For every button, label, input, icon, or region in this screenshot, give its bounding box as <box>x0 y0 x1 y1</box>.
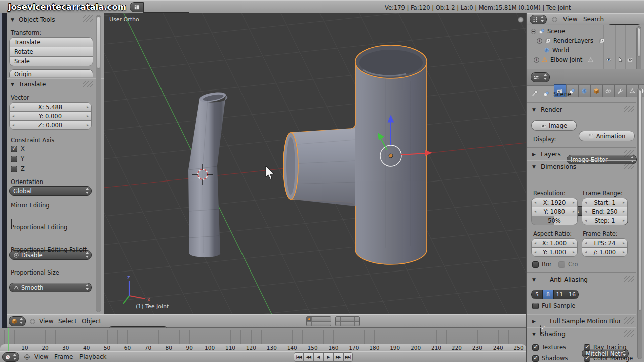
prev-keyframe-button[interactable]: ◀◀ <box>304 352 314 362</box>
frame-start-field[interactable]: Start: 1 <box>582 198 628 207</box>
aa-samples-5[interactable]: 5 <box>532 290 543 299</box>
ray-tracing-checkbox[interactable] <box>584 344 590 351</box>
scrollbar-thumb[interactable] <box>638 89 641 311</box>
collapse-menus-icon[interactable]: − <box>30 319 35 324</box>
aa-samples-11[interactable]: 11 <box>554 290 566 299</box>
layers-grid-1[interactable] <box>306 316 331 326</box>
layers-panel-title[interactable]: Layers <box>541 151 561 158</box>
crop-checkbox[interactable] <box>558 261 565 268</box>
shading-panel-title[interactable]: Shading <box>541 331 566 338</box>
jump-to-start-button[interactable]: |◀◀ <box>294 352 304 362</box>
panel-grip-icon[interactable] <box>624 276 634 282</box>
editor-type-select[interactable] <box>9 316 26 326</box>
tab-object[interactable] <box>590 84 602 97</box>
render-image-button[interactable]: Image <box>531 120 577 131</box>
tab-mesh-data[interactable] <box>626 84 638 97</box>
shading-panel-collapse-icon[interactable]: ▼ <box>532 332 536 337</box>
render-animation-button[interactable]: Animation <box>579 131 635 141</box>
aa-samples-8[interactable]: 8 <box>543 290 554 299</box>
panel-grip-icon[interactable] <box>624 106 634 112</box>
manipulator-x-arrow[interactable] <box>425 150 432 156</box>
vector-x-field[interactable]: X: 5.488 <box>9 102 92 112</box>
outliner-item-elbow-joint[interactable]: + Elbow Joint <box>534 55 594 64</box>
viewport-canvas[interactable]: x z User Ortho (1) Tee Joint <box>104 13 526 314</box>
render-panel-collapse-icon[interactable]: ▼ <box>532 107 536 112</box>
panel-grip-icon[interactable] <box>83 81 93 87</box>
panel-grip-icon[interactable] <box>83 15 93 22</box>
falloff-select[interactable]: Smooth <box>9 283 92 292</box>
vector-z-field[interactable]: Z: 0.000 <box>9 120 92 130</box>
jump-to-end-button[interactable]: ▶▶| <box>343 352 353 362</box>
outliner-view-menu[interactable]: View <box>563 16 577 23</box>
timeline-editor-select[interactable] <box>2 352 19 362</box>
properties-editor-select[interactable] <box>531 72 550 82</box>
outliner-item-world[interactable]: World <box>544 46 569 55</box>
region-corner-widget[interactable] <box>518 17 524 23</box>
tool-shelf-scrollbar[interactable] <box>96 15 101 312</box>
outliner-item-scene[interactable]: − Scene <box>531 27 565 36</box>
translate-panel-title[interactable]: Translate <box>19 81 46 88</box>
full-sample-checkbox[interactable] <box>532 303 539 309</box>
constraint-z-checkbox[interactable] <box>11 166 17 172</box>
aspect-x-field[interactable]: X: 1.000 <box>531 238 578 248</box>
vector-y-field[interactable]: Y: 0.000 <box>9 111 92 121</box>
outliner-search-menu[interactable]: Search <box>583 16 604 23</box>
aa-panel-title[interactable]: Anti-Aliasing <box>550 276 588 283</box>
translate-panel-collapse-icon[interactable]: ▼ <box>11 82 14 87</box>
timeline-frame-menu[interactable]: Frame <box>54 353 73 360</box>
resolution-percentage-slider[interactable]: 50% <box>531 216 578 225</box>
textures-checkbox[interactable] <box>532 344 539 351</box>
outliner-editor-select[interactable] <box>530 15 547 24</box>
aa-samples-16[interactable]: 16 <box>566 290 578 299</box>
object-tools-collapse-icon[interactable]: ▼ <box>11 17 14 22</box>
dimensions-panel-collapse-icon[interactable]: ▼ <box>532 164 536 169</box>
rotate-button[interactable]: Rotate <box>9 47 93 57</box>
fsmb-panel-collapse-icon[interactable]: ▶ <box>532 319 536 324</box>
frame-end-field[interactable]: End: 250 <box>582 207 628 216</box>
timeline-track-area[interactable]: 1020304050607080901001101201301401501601… <box>0 328 526 351</box>
view-menu[interactable]: View <box>39 318 53 325</box>
expand-icon[interactable]: + <box>534 57 539 63</box>
border-checkbox[interactable] <box>532 261 539 268</box>
scrollbar-thumb[interactable] <box>637 28 640 57</box>
pin-icon[interactable] <box>531 89 539 97</box>
play-button[interactable]: ▶ <box>324 352 334 362</box>
timeline-ruler[interactable]: 1020304050607080901001101201301401501601… <box>0 344 526 351</box>
constraint-y-checkbox[interactable] <box>11 156 17 162</box>
collapse-menus-icon[interactable]: − <box>24 354 30 360</box>
layers-panel-collapse-icon[interactable]: ▶ <box>532 152 536 157</box>
color-manage-checkbox[interactable] <box>584 355 590 362</box>
translate-button[interactable]: Translate <box>9 37 93 47</box>
restrict-view-icon[interactable] <box>606 57 612 63</box>
object-tools-title[interactable]: Object Tools <box>19 16 55 23</box>
fps-base-field[interactable]: /: 1.000 <box>582 247 628 257</box>
panel-grip-icon[interactable] <box>624 330 634 337</box>
resolution-x-field[interactable]: X: 1920 <box>531 198 578 207</box>
tab-constraints[interactable] <box>602 84 614 97</box>
object-menu[interactable]: Object <box>82 318 101 325</box>
aspect-y-field[interactable]: Y: 1.000 <box>531 247 578 257</box>
panel-grip-icon[interactable] <box>624 150 634 157</box>
resolution-y-field[interactable]: Y: 1080 <box>531 207 578 216</box>
restrict-render-icon[interactable] <box>627 57 633 63</box>
render-panel-title[interactable]: Render <box>541 106 562 113</box>
outliner-scrollbar[interactable] <box>636 26 641 74</box>
aa-panel-collapse-icon[interactable]: ▼ <box>532 277 536 282</box>
outliner-item-renderlayers[interactable]: + RenderLayers <box>537 36 605 45</box>
dimensions-panel-title[interactable]: Dimensions <box>541 163 576 170</box>
constraint-x-checkbox[interactable] <box>11 146 17 152</box>
layers-grid-2[interactable] <box>335 316 360 326</box>
current-frame-indicator[interactable] <box>8 328 9 351</box>
select-menu[interactable]: Select <box>58 318 77 325</box>
next-keyframe-button[interactable]: ▶▶ <box>333 352 343 362</box>
shadows-checkbox[interactable] <box>532 355 539 362</box>
expand-icon[interactable]: + <box>537 38 542 44</box>
panel-grip-icon[interactable] <box>624 317 634 324</box>
tab-modifiers[interactable] <box>614 84 626 97</box>
collapse-menus-icon[interactable]: − <box>552 17 557 22</box>
tab-world[interactable] <box>578 84 590 97</box>
scrollbar-thumb[interactable] <box>97 16 100 69</box>
screen-layout-icon-button[interactable] <box>130 2 144 12</box>
timeline-playback-menu[interactable]: Playback <box>79 353 107 360</box>
frame-step-field[interactable]: Step: 1 <box>582 216 628 225</box>
